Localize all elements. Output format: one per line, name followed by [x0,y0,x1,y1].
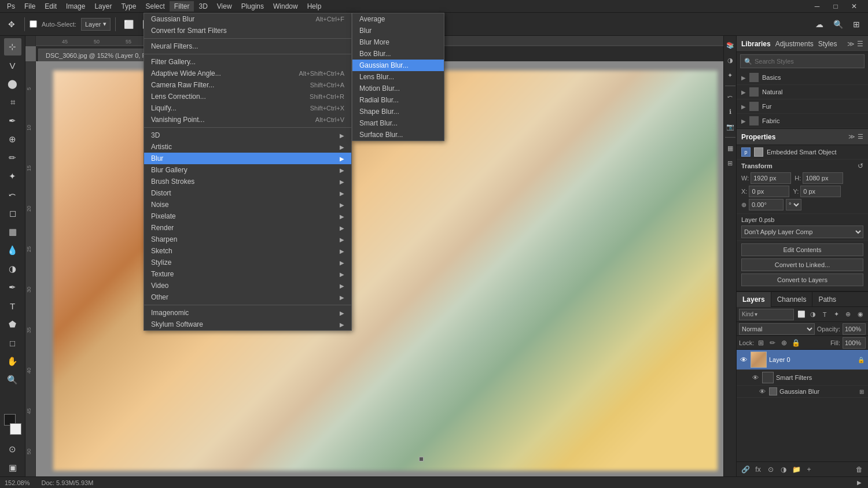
styles-icon[interactable]: ✦ [724,69,736,81]
filter-gaussian-blur[interactable]: Gaussian Blur Alt+Ctrl+F [144,13,351,25]
dodge-tool[interactable]: ◑ [4,260,21,278]
filter-imagenomic[interactable]: Imagenomic ▶ [144,307,351,319]
align-left-btn[interactable]: ⬜ [120,16,137,32]
zoom-tool[interactable]: 🔍 [4,371,21,389]
adjustment-layer-icon[interactable]: ◑ [778,464,789,475]
info-icon[interactable]: ⊞ [724,157,736,169]
quick-mask-btn[interactable]: ⊙ [4,441,21,458]
lock-pixel-icon[interactable]: ⊞ [756,338,766,347]
blur-surface[interactable]: Surface Blur... [352,129,444,141]
style-item-basics[interactable]: ▶ Basics [737,71,868,85]
layer-0-visibility-icon[interactable]: 👁 [739,356,748,364]
libraries-icon[interactable]: 📚 [724,39,736,51]
blur-radial[interactable]: Radial Blur... [352,94,444,106]
menu-image[interactable]: Image [61,1,90,12]
menu-layer[interactable]: Layer [90,1,116,12]
new-group-icon[interactable]: 📁 [791,464,801,475]
menu-3d[interactable]: 3D [194,1,212,12]
filter-sketch[interactable]: Sketch ▶ [144,245,351,257]
filter-type-icon[interactable]: T [819,309,830,320]
menu-type[interactable]: Type [116,1,141,12]
selection-tool[interactable]: ⊹ [4,38,21,56]
style-item-fabric[interactable]: ▶ Fabric [737,114,868,128]
smart-filters-visibility-icon[interactable]: 👁 [751,374,760,381]
blur-average[interactable]: Average [352,13,444,25]
blur-lens[interactable]: Lens Blur... [352,71,444,83]
lock-artboard-icon[interactable]: ⊕ [779,338,789,347]
workspace-btn[interactable]: ⊞ [848,16,865,32]
filter-artistic[interactable]: Artistic ▶ [144,141,351,153]
adjustments-icon[interactable]: ◑ [724,54,736,66]
filter-skylum[interactable]: Skylum Software ▶ [144,319,351,330]
convert-to-layers-btn[interactable]: Convert to Layers [741,273,863,286]
menu-help[interactable]: Help [303,1,326,12]
crop-tool[interactable]: ⌗ [4,94,21,111]
blur-tool[interactable]: 💧 [4,242,21,259]
y-input[interactable] [800,186,841,197]
filter-distort[interactable]: Distort ▶ [144,187,351,199]
search-btn[interactable]: 🔍 [830,16,846,32]
filter-stylize[interactable]: Stylize ▶ [144,257,351,268]
transform-handle-bottom[interactable] [419,457,424,461]
auto-select-checkbox[interactable] [30,20,37,28]
fill-input[interactable] [843,337,866,349]
filter-other[interactable]: Other ▶ [144,291,351,303]
properties-icon-btn[interactable]: ℹ [724,106,736,117]
gaussian-blur-visibility-icon[interactable]: 👁 [757,388,767,395]
camera-icon[interactable]: 📷 [724,121,736,132]
filter-blur[interactable]: Blur ▶ [144,153,351,164]
angle-input[interactable] [749,199,784,210]
filter-shape-icon[interactable]: ✦ [831,309,841,320]
filter-brush-strokes[interactable]: Brush Strokes ▶ [144,176,351,187]
filter-render[interactable]: Render ▶ [144,222,351,234]
new-layer-icon[interactable]: + [804,464,814,475]
panel-menu-icon[interactable]: ☰ [857,40,863,48]
layer-comps-icon[interactable]: ▦ [724,142,736,154]
link-layers-icon[interactable]: 🔗 [740,464,751,475]
filter-convert-smart[interactable]: Convert for Smart Filters [144,25,351,36]
filter-neural[interactable]: Neural Filters... [144,40,351,52]
blur-more[interactable]: Blur More [352,36,444,48]
style-item-natural[interactable]: ▶ Natural [737,85,868,99]
props-menu-icon[interactable]: ☰ [858,133,863,141]
type-tool[interactable]: V [4,57,21,74]
history-tool[interactable]: ⤺ [4,186,21,204]
menu-select[interactable]: Select [141,1,169,12]
shape-tool[interactable]: □ [4,334,21,352]
filter-toggle-icon[interactable]: ◉ [855,309,866,320]
styles-tab[interactable]: Styles [818,40,837,48]
menu-file[interactable]: File [20,1,40,12]
h-input[interactable] [803,172,843,184]
lock-position-icon[interactable]: ✏ [768,338,777,347]
heal-tool[interactable]: ⊕ [4,131,21,148]
expand-status-icon[interactable]: ▶ [855,479,863,487]
menu-window[interactable]: Window [269,1,303,12]
opacity-input[interactable] [843,323,866,335]
tab-channels[interactable]: Channels [771,292,813,307]
blur-box[interactable]: Box Blur... [352,48,444,60]
search-styles-box[interactable]: 🔍 [740,54,865,68]
menu-view[interactable]: View [212,1,237,12]
blur-shape[interactable]: Shape Blur... [352,106,444,117]
blur-smart[interactable]: Smart Blur... [352,117,444,129]
search-styles-input[interactable] [755,58,860,65]
clone-tool[interactable]: ✦ [4,168,21,185]
style-item-fur[interactable]: ▶ Fur [737,99,868,114]
minimize-btn[interactable]: ─ [809,0,825,14]
panel-expand-icon[interactable]: ≫ [847,40,855,48]
props-expand-icon[interactable]: ≫ [848,133,855,141]
filter-noise[interactable]: Noise ▶ [144,199,351,210]
filter-gallery[interactable]: Filter Gallery... [144,56,351,68]
screen-mode-btn[interactable]: ▣ [4,459,21,476]
hand-tool[interactable]: ✋ [4,353,21,370]
path-tool[interactable]: ⬟ [4,316,21,333]
pen-tool[interactable]: ✒ [4,279,21,296]
maximize-btn[interactable]: □ [827,0,844,14]
layer-comp-dropdown[interactable]: Don't Apply Layer Comp [741,225,863,238]
gaussian-blur-options-icon[interactable]: ⊞ [858,387,866,395]
blur-gaussian[interactable]: Gaussian Blur... [352,60,444,71]
menu-filter[interactable]: Filter [170,1,194,12]
filter-adaptive[interactable]: Adaptive Wide Angle... Alt+Shift+Ctrl+A [144,68,351,79]
lock-all-icon[interactable]: 🔒 [791,338,800,347]
smart-filters-item[interactable]: 👁 Smart Filters [737,370,868,386]
